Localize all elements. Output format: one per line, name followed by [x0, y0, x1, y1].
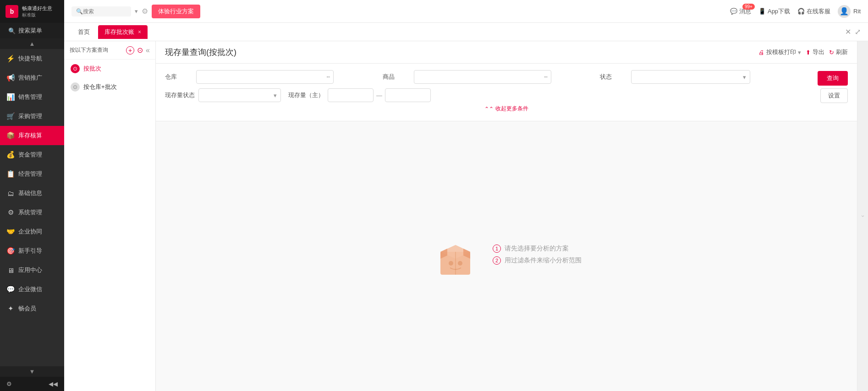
collapse-more-conditions[interactable]: ⌃⌃ 收起更多条件 — [165, 103, 848, 114]
dropdown-chevron-icon[interactable]: ▾ — [135, 8, 138, 15]
wechat-icon: 💬 — [6, 285, 15, 293]
sidebar-item-sales[interactable]: 📊 销售管理 — [0, 87, 64, 107]
sidebar-scroll-up[interactable]: ▲ — [0, 38, 64, 49]
print-dropdown-icon[interactable]: ▾ — [798, 49, 801, 56]
sidebar-item-purchase[interactable]: 🛒 采购管理 — [0, 107, 64, 126]
collapse-left-panel-icon[interactable]: « — [146, 46, 150, 54]
sidebar-item-finance[interactable]: 💰 资金管理 — [0, 145, 64, 164]
tabs-bar: 首页 库存批次账 × ✕ ⤢ — [64, 23, 868, 41]
online-service-button[interactable]: 🎧 在线客服 — [797, 7, 830, 16]
sidebar-item-operations[interactable]: 📋 经营管理 — [0, 164, 64, 184]
scheme-item-warehouse-batch[interactable]: ⊙ 按仓库+批次 — [64, 78, 155, 96]
filter-row-2: 现存量状态 ▾ 现存量（主） — [165, 88, 810, 102]
toggle-sidebar-icon[interactable]: ◀◀ — [49, 380, 58, 387]
expand-icon[interactable]: ⤢ — [855, 27, 861, 36]
left-panel: 按以下方案查询 + ⊙ « ⊙ 按批次 ⊙ 按仓库+批次 — [64, 41, 156, 391]
refresh-icon: ↻ — [829, 49, 834, 56]
tab-inventory-batch[interactable]: 库存批次账 × — [98, 25, 148, 39]
sidebar-nav: ⚡ 快捷导航 📢 营销推广 📊 销售管理 🛒 采购管理 📦 库存核算 💰 — [0, 49, 64, 366]
experience-industry-button[interactable]: 体验行业方案 — [152, 5, 200, 18]
topbar: 🔍 ▾ ⚙ 体验行业方案 💬 消息 99+ 📱 App下载 🎧 在线客服 — [64, 0, 868, 23]
topbar-right: 💬 消息 99+ 📱 App下载 🎧 在线客服 👤 Rit — [730, 5, 861, 18]
right-panel: 现存量查询(按批次) 🖨 按模板打印 ▾ ⬆ 导出 ↻ 刷新 — [156, 41, 857, 391]
enterprise-icon: 🤝 — [6, 228, 15, 236]
scheme-warehouse-batch-icon: ⊙ — [71, 82, 80, 92]
app-logo-icon: b — [5, 5, 18, 18]
app-download-icon: 📱 — [758, 8, 766, 15]
quick-nav-icon: ⚡ — [6, 54, 15, 63]
search-menu-item[interactable]: 🔍 搜索菜单 — [0, 23, 64, 38]
chevron-up-icon: ⌃⌃ — [484, 106, 494, 112]
product-input[interactable]: ··· — [414, 70, 551, 84]
warehouse-input[interactable]: ··· — [196, 70, 334, 84]
svg-point-5 — [449, 261, 453, 266]
sidebar-logo: b 畅康通好生意 标准版 — [0, 0, 64, 23]
search-icon: 🔍 — [8, 27, 16, 34]
inventory-status-select[interactable]: ▾ — [198, 88, 281, 102]
panel-close-handle[interactable]: › — [857, 41, 868, 391]
sidebar-item-guide[interactable]: 🎯 新手引导 — [0, 241, 64, 261]
sidebar-bottom: ⚙ ◀◀ — [0, 377, 64, 391]
print-button[interactable]: 🖨 按模板打印 ▾ — [758, 48, 801, 56]
user-info[interactable]: 👤 Rit — [838, 5, 861, 18]
query-button[interactable]: 查询 — [818, 71, 848, 86]
empty-hint-2: 2 用过滤条件来缩小分析范围 — [493, 256, 582, 265]
inventory-status-filter: 现存量状态 ▾ — [165, 88, 281, 102]
settings-icon[interactable]: ⚙ — [6, 380, 12, 387]
tab-actions: ✕ ⤢ — [845, 27, 861, 36]
topbar-left: 🔍 ▾ ⚙ 体验行业方案 — [71, 5, 200, 18]
page-title: 现存量查询(按批次) — [165, 47, 236, 58]
settings-scheme-icon[interactable]: ⊙ — [137, 46, 143, 54]
inventory-amount-from[interactable] — [328, 88, 374, 102]
sidebar: b 畅康通好生意 标准版 🔍 搜索菜单 ▲ ⚡ 快捷导航 📢 营销推广 📊 销售… — [0, 0, 64, 391]
empty-illustration — [431, 231, 482, 282]
page-header-actions: 🖨 按模板打印 ▾ ⬆ 导出 ↻ 刷新 — [758, 48, 848, 56]
tab-home[interactable]: 首页 — [71, 25, 96, 39]
sidebar-scroll-down[interactable]: ▼ — [0, 366, 64, 377]
main-area: 🔍 ▾ ⚙ 体验行业方案 💬 消息 99+ 📱 App下载 🎧 在线客服 — [64, 0, 868, 391]
topbar-search-box[interactable]: 🔍 — [71, 6, 131, 16]
app-name: 畅康通好生意 标准版 — [22, 5, 52, 18]
sidebar-item-system[interactable]: ⚙ 系统管理 — [0, 203, 64, 222]
sidebar-item-wechat[interactable]: 💬 企业微信 — [0, 280, 64, 299]
gear-settings-icon[interactable]: ⚙ — [142, 7, 148, 16]
export-button[interactable]: ⬆ 导出 — [806, 48, 824, 56]
app-center-icon: 🖥 — [6, 266, 15, 274]
close-panel-icon[interactable]: ✕ — [845, 27, 851, 36]
messages-button[interactable]: 💬 消息 99+ — [730, 7, 751, 16]
basic-info-icon: 🗂 — [6, 189, 15, 197]
sidebar-item-app-center[interactable]: 🖥 应用中心 — [0, 261, 64, 280]
empty-state: 1 请先选择要分析的方案 2 用过滤条件来缩小分析范围 — [156, 121, 857, 391]
settings-button[interactable]: 设置 — [820, 88, 848, 103]
scheme-item-batch[interactable]: ⊙ 按批次 — [64, 60, 155, 78]
svg-point-6 — [458, 261, 462, 266]
left-panel-header: 按以下方案查询 + ⊙ « — [64, 41, 155, 60]
sidebar-item-marketing[interactable]: 📢 营销推广 — [0, 68, 64, 87]
left-panel-actions: + ⊙ « — [126, 46, 150, 54]
scheme-batch-icon: ⊙ — [71, 64, 80, 73]
sidebar-item-basic-info[interactable]: 🗂 基础信息 — [0, 184, 64, 203]
sidebar-item-member[interactable]: ✦ 畅会员 — [0, 299, 64, 318]
status-select[interactable]: ▾ — [631, 70, 750, 84]
operations-icon: 📋 — [6, 170, 15, 178]
product-filter: 商品 ··· — [383, 70, 593, 84]
sidebar-item-quick-nav[interactable]: ⚡ 快捷导航 — [0, 49, 64, 68]
sidebar-item-inventory[interactable]: 📦 库存核算 — [0, 126, 64, 145]
content-area: 按以下方案查询 + ⊙ « ⊙ 按批次 ⊙ 按仓库+批次 — [64, 41, 868, 391]
left-panel-items: ⊙ 按批次 ⊙ 按仓库+批次 — [64, 60, 155, 391]
member-icon: ✦ — [6, 304, 15, 313]
finance-icon: 💰 — [6, 151, 15, 159]
warehouse-filter: 仓库 ··· — [165, 70, 375, 84]
refresh-button[interactable]: ↻ 刷新 — [829, 48, 848, 56]
system-icon: ⚙ — [6, 208, 15, 217]
inventory-amount-to[interactable] — [385, 88, 431, 102]
sales-icon: 📊 — [6, 93, 15, 101]
empty-content: 1 请先选择要分析的方案 2 用过滤条件来缩小分析范围 — [431, 231, 582, 282]
app-download-button[interactable]: 📱 App下载 — [758, 7, 790, 16]
sidebar-item-enterprise[interactable]: 🤝 企业协同 — [0, 222, 64, 241]
topbar-search-input[interactable] — [83, 8, 124, 15]
add-scheme-icon[interactable]: + — [126, 46, 134, 54]
inventory-amount-filter: 现存量（主） — — [288, 88, 431, 102]
tab-close-icon[interactable]: × — [138, 29, 141, 35]
status-dropdown-icon: ▾ — [743, 74, 746, 81]
